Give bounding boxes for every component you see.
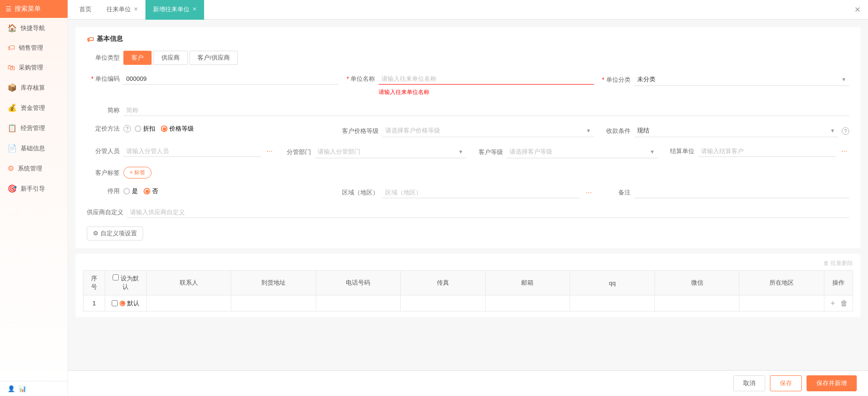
sidebar-item-label: 系统管理 (18, 164, 42, 173)
basic-info-section: 🏷 基本信息 单位类型 客户 供应商 客户/供应商 单位编码 (76, 27, 860, 248)
disabled-no[interactable]: 否 (144, 187, 158, 195)
payment-terms-help-icon[interactable]: ? (842, 127, 849, 135)
disabled-yes[interactable]: 是 (123, 187, 138, 195)
cell-address (231, 295, 316, 311)
section-title: 🏷 基本信息 (87, 35, 849, 43)
phone-input[interactable] (321, 300, 396, 307)
pricing-price-level[interactable]: 价格等级 (161, 124, 194, 133)
settlement-unit-group: 结算单位 ··· (662, 146, 849, 157)
supplier-custom-label: 供应商自定义 (87, 208, 123, 217)
sidebar-item-purchase[interactable]: 🛍 采购管理 (0, 58, 68, 78)
tag-row: 客户标签 + 标签 (87, 167, 849, 179)
settlement-dots-btn[interactable]: ··· (839, 147, 849, 155)
col-email: 邮箱 (485, 271, 570, 295)
radio-yes-circle (123, 188, 130, 194)
sidebar-item-system[interactable]: ⚙ 系统管理 (0, 158, 68, 179)
sidebar-item-operation[interactable]: 📋 经营管理 (0, 118, 68, 138)
customer-level-label: 客户等级 (470, 148, 503, 156)
add-tag-button[interactable]: + 标签 (123, 167, 152, 179)
tab-new-partner-close[interactable]: ✕ (192, 6, 197, 12)
region-dots-btn[interactable]: ··· (584, 188, 594, 197)
cell-email (485, 295, 570, 311)
sidebar-item-label: 销售管理 (19, 44, 43, 52)
unit-name-input[interactable] (379, 73, 594, 85)
email-input[interactable] (490, 300, 565, 307)
department-placeholder: 请输入分管部门 (318, 148, 360, 156)
sidebar-item-basic-info[interactable]: 📄 基础信息 (0, 138, 68, 158)
supplier-custom-group: 供应商自定义 (87, 207, 849, 218)
sidebar-item-guide[interactable]: 🎯 新手引导 (0, 179, 68, 199)
row-checkbox[interactable] (112, 300, 118, 306)
sidebar-item-finance[interactable]: 💰 资金管理 (0, 98, 68, 118)
payment-terms-select[interactable]: 现结 ▼ (634, 124, 838, 137)
qq-input[interactable] (575, 300, 650, 307)
unit-name-error: 请输入往来单位名称 (379, 89, 429, 95)
col-action: 操作 (824, 271, 853, 295)
sidebar-item-inventory[interactable]: 📦 库存核算 (0, 78, 68, 98)
section-title-text: 基本信息 (97, 35, 123, 43)
select-all-checkbox[interactable] (113, 274, 119, 280)
contact-input[interactable] (152, 300, 227, 307)
unit-btn-both[interactable]: 客户/供应商 (190, 51, 238, 65)
manager-row: 分管人员 ··· 分管部门 请输入分管部门 ▼ 客户等级 请选择客户等级 ▼ (87, 146, 849, 158)
manager-dots-btn[interactable]: ··· (265, 147, 274, 155)
tab-partner-close[interactable]: ✕ (134, 6, 138, 12)
custom-settings-button[interactable]: ⚙ 自定义项设置 (87, 226, 143, 241)
address-input[interactable] (236, 300, 311, 307)
tab-new-partner[interactable]: 新增往来单位 ✕ (145, 0, 204, 20)
region-input[interactable] (382, 187, 580, 198)
tab-home[interactable]: 首页 (72, 0, 99, 20)
pricing-radio-group: 折扣 价格等级 (135, 124, 194, 133)
unit-btn-supplier[interactable]: 供应商 (153, 51, 188, 65)
short-name-input[interactable] (123, 105, 849, 116)
radio-price-level-circle (161, 125, 168, 132)
pricing-discount[interactable]: 折扣 (135, 124, 155, 133)
manager-input[interactable] (123, 146, 261, 157)
batch-delete-area: 🗑 批量删除 (83, 259, 853, 267)
row-region-input[interactable] (744, 300, 819, 307)
department-select[interactable]: 请输入分管部门 ▼ (315, 146, 466, 158)
unit-category-label: 单位分类 (598, 76, 631, 84)
col-qq: qq (570, 271, 655, 295)
batch-delete-button[interactable]: 🗑 批量删除 (823, 259, 853, 267)
sidebar-search[interactable]: ☰ 搜索菜单 (0, 0, 68, 18)
tab-partner[interactable]: 往来单位 ✕ (99, 0, 145, 20)
sidebar-item-sales[interactable]: 🏷 销售管理 (0, 38, 68, 58)
unit-category-select[interactable]: 未分类 ▼ (634, 73, 849, 86)
tag-group: 客户标签 + 标签 (87, 167, 849, 179)
remark-input[interactable] (634, 187, 849, 198)
unit-category-value: 未分类 (637, 75, 655, 84)
settlement-unit-input[interactable] (698, 146, 836, 157)
disabled-yes-label: 是 (132, 187, 138, 195)
pricing-help-icon[interactable]: ? (123, 125, 131, 132)
unit-type-group: 单位类型 客户 供应商 客户/供应商 (87, 51, 849, 65)
chevron-down-icon: ▼ (841, 77, 846, 82)
unit-name-label: 单位名称 (342, 75, 375, 83)
tabbar-close-all[interactable]: ✕ (851, 3, 864, 16)
cell-fax (401, 295, 486, 311)
fax-input[interactable] (405, 300, 480, 307)
col-seq: 序号 (84, 271, 105, 295)
unit-btn-customer[interactable]: 客户 (123, 51, 152, 65)
gear-icon: ⚙ (8, 164, 14, 173)
home-icon: 🏠 (8, 23, 17, 32)
save-button[interactable]: 保存 (770, 375, 802, 391)
row-default-radio[interactable]: 默认 (120, 299, 139, 308)
row-add-btn[interactable]: ＋ (829, 298, 837, 308)
save-and-new-button[interactable]: 保存并新增 (807, 375, 857, 391)
row-delete-btn[interactable]: 🗑 (840, 299, 848, 308)
customer-level-select[interactable]: 请选择客户等级 ▼ (507, 146, 658, 158)
box-icon: 📦 (8, 83, 17, 92)
customer-price-level-select[interactable]: 请选择客户价格等级 ▼ (382, 124, 594, 137)
unit-type-buttons: 客户 供应商 客户/供应商 (123, 51, 238, 65)
col-region: 所在地区 (739, 271, 824, 295)
col-wechat: 微信 (655, 271, 739, 295)
sidebar-item-quick-nav[interactable]: 🏠 快捷导航 (0, 18, 68, 38)
chevron-down-icon3: ▼ (830, 128, 835, 133)
pricing-discount-label: 折扣 (143, 124, 155, 133)
wechat-input[interactable] (660, 300, 735, 307)
unit-code-input[interactable] (123, 73, 338, 85)
cancel-button[interactable]: 取消 (733, 375, 765, 391)
supplier-custom-input[interactable] (127, 207, 849, 218)
department-label: 分管部门 (278, 148, 311, 156)
